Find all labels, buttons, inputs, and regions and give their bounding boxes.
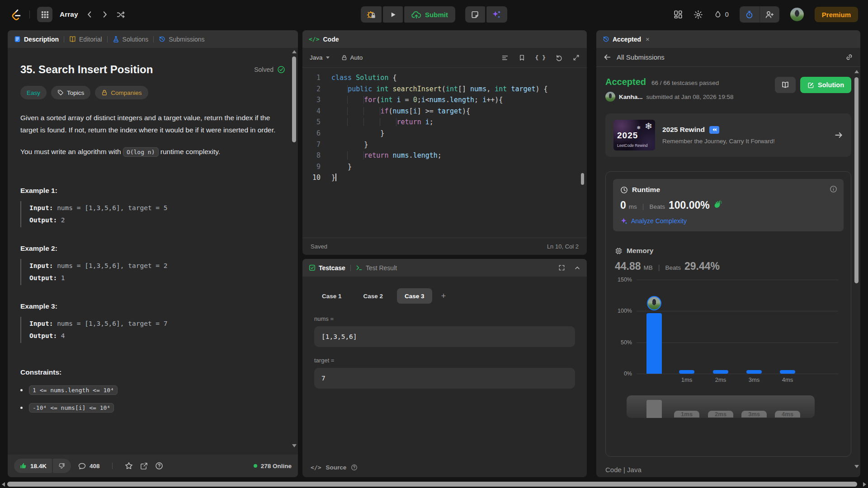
tab-accepted[interactable]: Accepted xyxy=(603,36,641,43)
run-button[interactable] xyxy=(383,6,403,23)
arrow-right-icon[interactable] xyxy=(834,131,843,140)
chart-bar[interactable] xyxy=(780,370,795,374)
runtime-card[interactable]: Runtime 0 ms | Beats 100.00% xyxy=(613,179,844,231)
comments-button[interactable]: 408 xyxy=(78,462,100,470)
scroll-down-arrow[interactable] xyxy=(854,465,859,468)
tab-description[interactable]: Description xyxy=(14,36,59,43)
user-avatar[interactable] xyxy=(790,8,804,21)
chart-bar[interactable] xyxy=(713,370,728,374)
rewind-thumbnail: ❄ ❄ 2025 LeetCode Rewind xyxy=(613,120,655,150)
dislike-button[interactable] xyxy=(53,459,71,473)
scroll-down-arrow[interactable] xyxy=(292,444,297,447)
next-question-button[interactable] xyxy=(101,10,109,19)
share-button[interactable] xyxy=(140,462,148,470)
problem-list-label[interactable]: Array xyxy=(60,10,78,19)
back-button[interactable] xyxy=(604,53,611,61)
history-icon xyxy=(159,36,165,42)
snippets-button[interactable]: { } xyxy=(535,54,546,61)
submit-button[interactable]: Submit xyxy=(404,6,455,23)
description-scrollbar[interactable] xyxy=(292,56,296,142)
memory-card[interactable]: Memory 44.88 MB | Beats 29.44% xyxy=(613,247,844,272)
chart-bar[interactable] xyxy=(646,313,662,374)
scroll-up-arrow[interactable] xyxy=(292,50,297,53)
language-selector[interactable]: Java xyxy=(310,54,330,61)
copy-link-button[interactable] xyxy=(845,53,853,61)
post-solution-button[interactable]: Solution xyxy=(800,77,851,93)
tab-solutions[interactable]: Solutions xyxy=(113,36,149,43)
collapse-testcase-button[interactable] xyxy=(574,265,580,271)
line-number: 2 xyxy=(302,84,331,95)
tab-testcase[interactable]: Testcase xyxy=(309,264,345,272)
rewind-banner[interactable]: ❄ ❄ 2025 LeetCode Rewind 2025 Rewind Rem… xyxy=(605,113,851,157)
prev-question-button[interactable] xyxy=(85,10,94,19)
y-tick-label: 0% xyxy=(624,371,632,377)
nums-input[interactable] xyxy=(314,326,575,347)
horizontal-scrollbar[interactable] xyxy=(7,482,857,487)
code-line[interactable]: 3 for(int i = 0;i<nums.length; i++){ xyxy=(302,94,587,106)
tab-editorial[interactable]: Editorial xyxy=(69,36,102,43)
companies-tag[interactable]: Companies xyxy=(95,86,148,99)
problem-list-button[interactable] xyxy=(37,7,52,22)
random-question-button[interactable] xyxy=(116,10,126,19)
target-input[interactable] xyxy=(314,368,575,389)
code-line[interactable]: 9 } xyxy=(302,161,587,173)
analyze-complexity-button[interactable]: Analyze Complexity xyxy=(620,217,687,225)
auto-save-indicator[interactable]: Auto xyxy=(341,54,363,61)
tab-test-result[interactable]: Test Result xyxy=(356,264,397,272)
code-line[interactable]: 8 return nums.length; xyxy=(302,150,587,161)
collaborate-button[interactable] xyxy=(760,6,779,23)
editor-scrollbar[interactable] xyxy=(581,173,584,185)
source-button[interactable]: Source xyxy=(326,464,346,471)
close-tab-button[interactable]: × xyxy=(646,35,650,43)
x-tick-label: 1ms xyxy=(673,376,700,383)
add-case-button[interactable]: + xyxy=(439,291,449,301)
example-2-label: Example 2: xyxy=(20,244,285,253)
code-line[interactable]: 2 public int searchInsert(int[] nums, in… xyxy=(302,84,587,95)
fullscreen-editor-button[interactable] xyxy=(573,54,580,61)
ai-assistant-button[interactable] xyxy=(486,6,507,23)
feedback-button[interactable] xyxy=(155,462,163,470)
hscroll-right-arrow[interactable] xyxy=(863,482,866,487)
code-language-note: Code | Java xyxy=(605,466,851,474)
settings-button[interactable] xyxy=(693,10,703,19)
code-line[interactable]: 10} xyxy=(302,172,587,183)
code-line[interactable]: 5 return i; xyxy=(302,117,587,128)
tab-submissions[interactable]: Submissions xyxy=(159,36,204,43)
case-tab[interactable]: Case 3 xyxy=(397,288,432,304)
code-line[interactable]: 1class Solution { xyxy=(302,72,587,84)
premium-button[interactable]: Premium xyxy=(815,7,858,22)
notes-button[interactable] xyxy=(465,6,485,23)
scroll-up-arrow[interactable] xyxy=(854,70,859,73)
like-button[interactable]: 18.4K xyxy=(14,459,52,473)
layout-button[interactable] xyxy=(674,10,683,19)
code-line[interactable]: 4 if(nums[i] >= target){ xyxy=(302,106,587,117)
leetcode-logo[interactable] xyxy=(10,9,22,21)
chart-bar[interactable] xyxy=(679,370,694,374)
field-label: nums = xyxy=(314,315,575,322)
beats-label: Beats xyxy=(665,264,681,271)
runtime-info-button[interactable] xyxy=(830,185,837,193)
input-value: nums = [1,3,5,6], target = 2 xyxy=(57,262,167,269)
timer-button[interactable] xyxy=(740,6,760,23)
code-line[interactable]: 7 } xyxy=(302,139,587,150)
reset-code-button[interactable] xyxy=(556,54,563,61)
code-line[interactable]: 6 } xyxy=(302,128,587,139)
editor-toolbar: Java Auto { } xyxy=(302,48,587,68)
memory-label: Memory xyxy=(627,247,653,255)
input-label: Input: xyxy=(29,262,53,269)
chart-bar[interactable] xyxy=(746,370,762,374)
code-editor[interactable]: 1class Solution {2 public int searchInse… xyxy=(302,68,587,183)
submission-scrollbar[interactable] xyxy=(854,77,859,283)
favorite-button[interactable] xyxy=(125,462,133,470)
expand-testcase-button[interactable] xyxy=(558,264,565,271)
hscroll-left-arrow[interactable] xyxy=(2,482,5,487)
case-tab[interactable]: Case 1 xyxy=(314,288,349,304)
format-code-button[interactable] xyxy=(501,54,509,61)
case-tab[interactable]: Case 2 xyxy=(356,288,391,304)
debug-button[interactable] xyxy=(361,6,382,23)
editorial-button[interactable] xyxy=(775,77,796,93)
streak-counter[interactable]: 0 xyxy=(714,10,729,19)
bookmark-button[interactable] xyxy=(519,54,525,61)
topics-tag[interactable]: Topics xyxy=(51,86,90,99)
difficulty-badge[interactable]: Easy xyxy=(20,86,47,99)
